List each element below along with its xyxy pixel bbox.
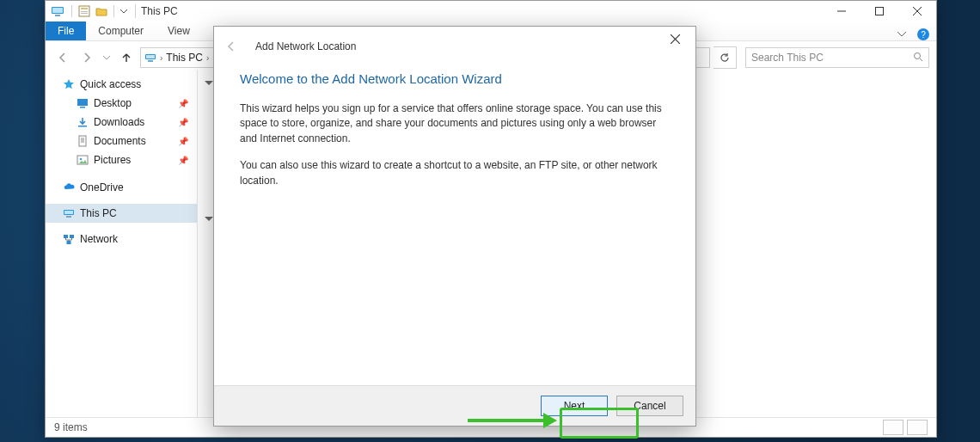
- next-button[interactable]: Next: [541, 396, 608, 416]
- sidebar-item-this-pc[interactable]: This PC: [46, 204, 197, 223]
- pin-icon: 📌: [178, 99, 188, 108]
- pin-icon: 📌: [178, 137, 188, 146]
- tab-file[interactable]: File: [46, 21, 86, 40]
- separator: [113, 5, 114, 17]
- pin-icon: 📌: [178, 156, 188, 165]
- svg-rect-5: [81, 11, 88, 12]
- sidebar-item-desktop[interactable]: Desktop 📌: [46, 94, 197, 113]
- dialog-header: Add Network Location: [214, 27, 695, 66]
- new-folder-icon[interactable]: [95, 5, 107, 17]
- nav-back-button[interactable]: [52, 47, 73, 68]
- status-item-count: 9 items: [54, 421, 88, 433]
- svg-rect-30: [67, 241, 71, 244]
- search-icon: [913, 52, 923, 64]
- sidebar-item-label: Desktop: [94, 97, 132, 109]
- close-button[interactable]: [898, 1, 936, 21]
- onedrive-icon: [63, 181, 75, 193]
- svg-line-15: [920, 58, 922, 61]
- sidebar-item-documents[interactable]: Documents 📌: [46, 132, 197, 150]
- refresh-button[interactable]: [714, 46, 737, 69]
- quickaccess-customize-icon[interactable]: [120, 5, 127, 17]
- desktop-icon: [77, 97, 89, 109]
- svg-rect-6: [81, 13, 88, 14]
- documents-icon: [77, 135, 89, 147]
- svg-rect-16: [77, 99, 88, 106]
- nav-forward-button[interactable]: [77, 47, 97, 68]
- downloads-icon: [77, 116, 89, 128]
- sidebar-item-label: Pictures: [94, 154, 131, 166]
- separator: [135, 4, 136, 18]
- sidebar-item-quick-access[interactable]: Quick access: [46, 75, 197, 94]
- view-details-button[interactable]: [883, 420, 903, 435]
- sidebar-item-label: Quick access: [80, 78, 141, 90]
- breadcrumb[interactable]: This PC: [166, 52, 203, 64]
- network-icon: [63, 233, 75, 245]
- sidebar-item-downloads[interactable]: Downloads 📌: [46, 113, 197, 132]
- svg-rect-8: [876, 8, 884, 15]
- sidebar: Quick access Desktop 📌 Downloads 📌 Docum…: [46, 70, 198, 418]
- tab-view[interactable]: View: [156, 21, 202, 40]
- this-pc-icon: [144, 52, 156, 64]
- nav-up-button[interactable]: [116, 47, 137, 68]
- svg-rect-19: [79, 136, 86, 146]
- sidebar-item-label: This PC: [80, 207, 117, 219]
- svg-rect-17: [80, 107, 85, 108]
- tab-computer[interactable]: Computer: [86, 21, 156, 40]
- dialog-body: Welcome to the Add Network Location Wiza…: [214, 71, 695, 188]
- this-pc-icon: [51, 4, 64, 18]
- cancel-button[interactable]: Cancel: [616, 396, 683, 416]
- sidebar-item-label: OneDrive: [80, 181, 124, 193]
- svg-rect-26: [64, 211, 73, 214]
- sidebar-item-pictures[interactable]: Pictures 📌: [46, 150, 197, 169]
- sidebar-item-onedrive[interactable]: OneDrive: [46, 178, 197, 197]
- dialog-paragraph: This wizard helps you sign up for a serv…: [240, 101, 670, 146]
- svg-rect-2: [55, 15, 60, 16]
- sidebar-item-label: Downloads: [94, 116, 144, 128]
- chevron-right-icon[interactable]: ›: [160, 53, 162, 63]
- svg-rect-12: [146, 55, 155, 58]
- pictures-icon: [77, 154, 89, 166]
- dialog-heading: Welcome to the Add Network Location Wiza…: [240, 71, 670, 86]
- dialog-paragraph: You can also use this wizard to create a…: [240, 158, 670, 188]
- svg-rect-13: [148, 60, 153, 62]
- star-icon: [63, 78, 75, 90]
- add-network-location-dialog: Add Network Location Welcome to the Add …: [213, 26, 696, 427]
- svg-point-24: [80, 158, 83, 161]
- properties-icon[interactable]: [78, 5, 90, 17]
- minimize-button[interactable]: [823, 1, 861, 21]
- this-pc-icon: [63, 207, 75, 219]
- dialog-title: Add Network Location: [255, 40, 356, 52]
- svg-point-14: [915, 52, 921, 58]
- svg-rect-4: [81, 8, 88, 9]
- sidebar-item-label: Documents: [94, 135, 146, 147]
- view-large-button[interactable]: [907, 420, 928, 435]
- svg-rect-29: [70, 235, 74, 238]
- ribbon-expand-icon[interactable]: [895, 27, 909, 40]
- pin-icon: 📌: [178, 118, 188, 127]
- help-icon[interactable]: ?: [917, 28, 929, 40]
- separator: [71, 5, 72, 17]
- search-input[interactable]: Search This PC: [745, 47, 929, 68]
- titlebar: This PC: [46, 1, 936, 21]
- window-title: This PC: [141, 5, 178, 17]
- svg-rect-18: [78, 126, 87, 127]
- svg-rect-27: [66, 216, 71, 218]
- svg-rect-1: [52, 8, 63, 13]
- maximize-button[interactable]: [861, 1, 898, 21]
- sidebar-item-label: Network: [80, 233, 118, 245]
- sidebar-item-network[interactable]: Network: [46, 230, 197, 249]
- dialog-footer: Next Cancel: [214, 385, 695, 426]
- svg-rect-28: [64, 235, 68, 238]
- chevron-right-icon[interactable]: ›: [206, 53, 209, 63]
- search-placeholder: Search This PC: [751, 52, 824, 64]
- dialog-close-button[interactable]: [658, 27, 692, 51]
- nav-recent-button[interactable]: [101, 47, 113, 68]
- dialog-back-button[interactable]: [219, 34, 243, 58]
